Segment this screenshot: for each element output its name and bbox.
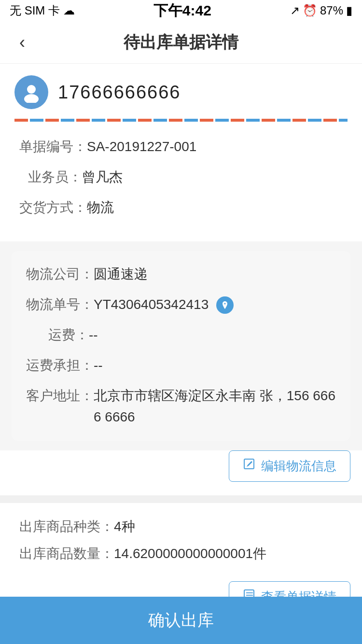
nav-bar: ‹ 待出库单据详情 <box>0 21 362 64</box>
edit-logistics-section: 编辑物流信息 <box>0 450 362 495</box>
location-status-icon: ↗ <box>290 4 300 17</box>
logistics-card: 物流公司： 圆通速递 物流单号： YT4306405342413 运费： -- … <box>12 251 350 441</box>
logistics-tracking-label: 物流单号： <box>26 294 94 316</box>
battery-icon: ▮ <box>346 4 352 17</box>
status-bar: 无 SIM 卡 ☁ 下午4:42 ↗ ⏰ 87% ▮ <box>0 0 362 21</box>
edit-icon <box>243 458 256 475</box>
battery-level: 87% <box>320 4 343 17</box>
document-number-row: 单据编号： SA-20191227-001 <box>19 136 343 158</box>
address-row: 客户地址： 北京市市辖区海淀区永丰南 张，156 6666 6666 <box>26 385 336 429</box>
goods-quantity-row: 出库商品数量： 14.6200000000000001件 <box>19 545 343 563</box>
edit-logistics-button[interactable]: 编辑物流信息 <box>229 450 350 482</box>
goods-types-row: 出库商品种类： 4种 <box>19 518 343 536</box>
alarm-icon: ⏰ <box>303 4 317 17</box>
logistics-company-row: 物流公司： 圆通速递 <box>26 264 336 285</box>
freight-bear-label: 运费承担： <box>26 355 94 377</box>
logistics-company-value: 圆通速递 <box>94 264 336 285</box>
page-title: 待出库单据详情 <box>124 31 238 54</box>
logistics-tracking-row: 物流单号： YT4306405342413 <box>26 294 336 316</box>
status-right: ↗ ⏰ 87% ▮ <box>290 4 352 17</box>
freight-bear-row: 运费承担： -- <box>26 355 336 377</box>
status-time: 下午4:42 <box>153 1 211 21</box>
section-divider-1 <box>0 495 362 503</box>
sales-person-value: 曾凡杰 <box>82 167 343 188</box>
freight-row: 运费： -- <box>26 324 336 346</box>
location-pin-icon[interactable] <box>216 296 234 314</box>
delivery-method-row: 交货方式： 物流 <box>19 197 343 219</box>
goods-types-label: 出库商品种类： <box>19 518 114 536</box>
status-left: 无 SIM 卡 ☁ <box>10 3 75 18</box>
basic-info-section: 单据编号： SA-20191227-001 业务员： 曾凡杰 交货方式： 物流 <box>0 122 362 241</box>
document-number-label: 单据编号： <box>19 136 87 158</box>
edit-logistics-label: 编辑物流信息 <box>261 458 336 475</box>
sales-person-row: 业务员： 曾凡杰 <box>19 167 343 188</box>
delivery-method-value: 物流 <box>87 197 343 219</box>
user-row: 17666666666 <box>14 75 348 119</box>
back-button[interactable]: ‹ <box>14 28 30 57</box>
freight-value: -- <box>89 324 336 346</box>
logistics-tracking-value: YT4306405342413 <box>94 294 336 316</box>
user-section: 17666666666 <box>0 64 362 122</box>
svg-point-0 <box>27 85 36 94</box>
avatar <box>14 75 48 109</box>
confirm-outbound-button[interactable]: 确认出库 <box>0 609 362 631</box>
user-phone: 17666666666 <box>58 82 181 103</box>
logistics-company-label: 物流公司： <box>26 264 94 285</box>
address-label: 客户地址： <box>26 385 94 407</box>
svg-point-1 <box>24 94 39 103</box>
freight-label: 运费： <box>26 324 89 346</box>
goods-section: 出库商品种类： 4种 出库商品数量： 14.6200000000000001件 <box>0 503 362 576</box>
freight-bear-value: -- <box>94 355 336 377</box>
confirm-btn-wrapper: 确认出库 <box>0 597 362 644</box>
user-icon <box>21 82 42 103</box>
goods-types-value: 4种 <box>114 518 135 536</box>
goods-quantity-value: 14.6200000000000001件 <box>114 545 266 563</box>
document-number-value: SA-20191227-001 <box>87 136 343 158</box>
goods-quantity-label: 出库商品数量： <box>19 545 114 563</box>
sim-signal: 无 SIM 卡 ☁ <box>10 3 75 18</box>
sales-person-label: 业务员： <box>19 167 82 188</box>
delivery-method-label: 交货方式： <box>19 197 87 219</box>
address-value: 北京市市辖区海淀区永丰南 张，156 6666 6666 <box>94 385 336 429</box>
